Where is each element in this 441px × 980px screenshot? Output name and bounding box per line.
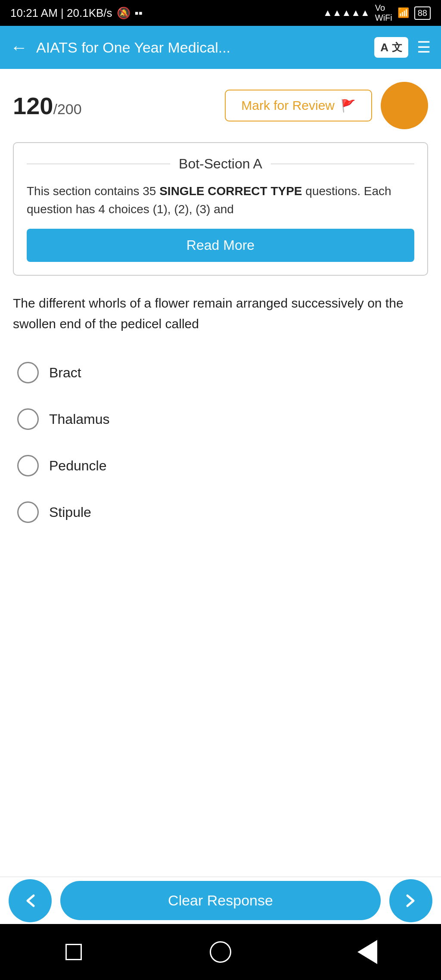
status-left: 10:21 AM | 20.1KB/s 🔕 ▪▪ xyxy=(10,6,143,20)
wifi-icon: 📶 xyxy=(398,7,409,19)
next-button[interactable] xyxy=(389,879,432,922)
prev-button[interactable] xyxy=(9,879,52,922)
option-row[interactable]: Peduncle xyxy=(13,445,428,487)
flag-icon: 🚩 xyxy=(341,99,356,113)
system-bar xyxy=(0,924,441,980)
radio-option-a[interactable] xyxy=(17,362,39,383)
question-text: The different whorls of a flower remain … xyxy=(13,293,428,334)
radio-option-d[interactable] xyxy=(17,501,39,523)
back-system-button[interactable] xyxy=(354,939,380,965)
section-title-line-left xyxy=(27,164,170,164)
option-row[interactable]: Bract xyxy=(13,352,428,394)
lang-a-icon: A xyxy=(380,41,388,54)
option-c-label: Peduncle xyxy=(49,458,106,474)
question-number: 120 xyxy=(13,92,53,119)
main-content: 120/200 Mark for Review 🚩 Bot-Section A … xyxy=(0,69,441,533)
option-row[interactable]: Thalamus xyxy=(13,398,428,440)
option-row[interactable]: Stipule xyxy=(13,491,428,533)
home-icon xyxy=(210,941,231,963)
vo-wifi-label: VoWiFi xyxy=(375,3,392,23)
nav-title: AIATS for One Year Medical... xyxy=(36,39,366,56)
status-bar: 10:21 AM | 20.1KB/s 🔕 ▪▪ ▲▲▲▲▲ VoWiFi 📶 … xyxy=(0,0,441,26)
options-list: Bract Thalamus Peduncle Stipule xyxy=(13,352,428,533)
option-b-label: Thalamus xyxy=(49,411,110,427)
question-counter-display: 120/200 xyxy=(13,92,82,120)
time-text: 10:21 AM | 20.1KB/s xyxy=(10,6,112,20)
section-title-row: Bot-Section A xyxy=(27,156,414,172)
signal-icon: ▲▲▲▲▲ xyxy=(323,7,370,19)
bottom-bar: Clear Response xyxy=(0,877,441,924)
message-icon: ▪▪ xyxy=(135,6,143,20)
section-description: This section contains 35 SINGLE CORRECT … xyxy=(27,182,414,218)
back-button[interactable]: ← xyxy=(10,38,28,57)
section-title: Bot-Section A xyxy=(170,156,271,172)
question-counter-row: 120/200 Mark for Review 🚩 xyxy=(13,82,428,129)
question-total: /200 xyxy=(53,101,81,117)
clear-response-button[interactable]: Clear Response xyxy=(60,881,381,920)
section-box: Bot-Section A This section contains 35 S… xyxy=(13,142,428,276)
counter-right: Mark for Review 🚩 xyxy=(225,82,428,129)
mark-review-label: Mark for Review xyxy=(241,98,335,113)
back-icon xyxy=(357,940,377,964)
recent-apps-button[interactable] xyxy=(61,939,87,965)
radio-option-c[interactable] xyxy=(17,455,39,476)
option-d-label: Stipule xyxy=(49,504,91,520)
nav-bar: ← AIATS for One Year Medical... A 文 ☰ xyxy=(0,26,441,69)
home-button[interactable] xyxy=(208,939,233,965)
read-more-button[interactable]: Read More xyxy=(27,229,414,262)
progress-indicator xyxy=(381,82,428,129)
next-arrow-icon xyxy=(402,892,419,909)
lang-zh-icon: 文 xyxy=(392,40,402,54)
language-toggle-button[interactable]: A 文 xyxy=(374,37,408,58)
status-right: ▲▲▲▲▲ VoWiFi 📶 88 xyxy=(323,3,431,23)
option-a-label: Bract xyxy=(49,365,81,381)
section-title-line-right xyxy=(271,164,414,164)
mute-icon: 🔕 xyxy=(117,6,130,20)
recent-apps-icon xyxy=(65,944,82,960)
mark-for-review-button[interactable]: Mark for Review 🚩 xyxy=(225,90,372,121)
battery-indicator: 88 xyxy=(414,6,431,20)
radio-option-b[interactable] xyxy=(17,408,39,430)
menu-button[interactable]: ☰ xyxy=(417,38,431,56)
prev-arrow-icon xyxy=(22,892,39,909)
